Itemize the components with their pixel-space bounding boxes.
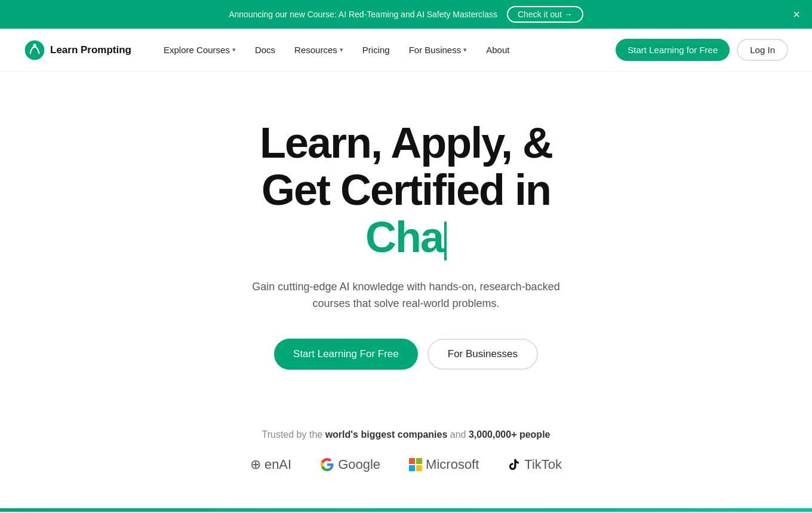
hero-title-accent: Cha — [260, 214, 552, 261]
tiktok-logo: TikTok — [508, 457, 562, 472]
google-logo: Google — [320, 457, 380, 472]
nav-login-button[interactable]: Log In — [737, 39, 788, 61]
nav-resources[interactable]: Resources ▾ — [286, 40, 352, 60]
nav-for-business[interactable]: For Business ▾ — [401, 40, 476, 60]
hero-section: Learn, Apply, & Get Certified in Cha Gai… — [0, 72, 812, 406]
trusted-section: Trusted by the world's biggest companies… — [0, 406, 812, 508]
banner-text: Announcing our new Course: AI Red-Teamin… — [229, 10, 497, 19]
hero-title: Learn, Apply, & Get Certified in Cha — [260, 119, 552, 262]
hero-for-businesses-button[interactable]: For Businesses — [427, 339, 538, 370]
microsoft-icon — [409, 458, 422, 471]
announcement-banner: Announcing our new Course: AI Red-Teamin… — [0, 0, 812, 29]
microsoft-logo: Microsoft — [409, 457, 479, 472]
nav-explore-courses[interactable]: Explore Courses ▾ — [155, 40, 244, 60]
chevron-down-icon: ▾ — [232, 46, 236, 54]
main-nav: Learn Prompting Explore Courses ▾ Docs R… — [0, 29, 812, 72]
google-icon — [320, 457, 334, 472]
hero-subtitle: Gain cutting-edge AI knowledge with hand… — [239, 278, 573, 313]
svg-point-2 — [33, 44, 36, 47]
tiktok-icon — [508, 458, 521, 471]
openai-icon: ⊕ — [250, 457, 261, 472]
bottom-gradient-bar — [0, 508, 812, 512]
svg-point-1 — [25, 40, 44, 59]
trusted-logos: ⊕ enAI Google Microsoft — [250, 457, 562, 472]
hero-buttons: Start Learning For Free For Businesses — [274, 339, 538, 370]
banner-cta-button[interactable]: Check it out → — [507, 6, 583, 23]
nav-actions: Start Learning for Free Log In — [616, 39, 788, 61]
hero-start-learning-button[interactable]: Start Learning For Free — [274, 339, 418, 370]
nav-start-learning-button[interactable]: Start Learning for Free — [616, 39, 730, 61]
logo-text: Learn Prompting — [50, 44, 131, 56]
banner-close-button[interactable]: × — [793, 8, 800, 20]
nav-docs[interactable]: Docs — [247, 40, 284, 60]
openai-logo: ⊕ enAI — [250, 457, 291, 472]
logo-icon — [24, 39, 45, 61]
trusted-text: Trusted by the world's biggest companies… — [262, 429, 550, 440]
nav-about[interactable]: About — [478, 40, 518, 60]
nav-pricing[interactable]: Pricing — [354, 40, 398, 60]
nav-links: Explore Courses ▾ Docs Resources ▾ Prici… — [155, 40, 616, 60]
chevron-down-icon: ▾ — [463, 46, 467, 54]
typing-cursor — [444, 222, 447, 260]
chevron-down-icon: ▾ — [340, 46, 343, 54]
logo-link[interactable]: Learn Prompting — [24, 39, 131, 61]
